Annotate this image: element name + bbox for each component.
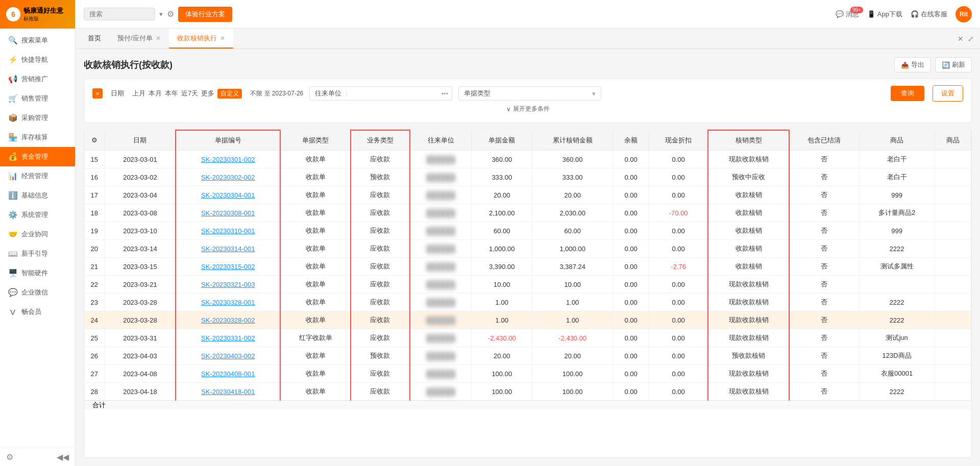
filter-partner-input[interactable]: 往来单位 | ••• (309, 86, 452, 101)
sidebar-item-search[interactable]: 🔍搜索菜单 (0, 31, 75, 50)
doc-no-link[interactable]: SK-20230408-001 (201, 370, 255, 378)
tab-prepay-close[interactable]: ✕ (156, 35, 161, 42)
date-link-7days[interactable]: 近7天 (181, 89, 198, 98)
tab-prepay[interactable]: 预付/应付单 ✕ (109, 29, 169, 48)
doc-no-link[interactable]: SK-20230314-001 (201, 245, 255, 253)
cell-balance: 0.00 (612, 293, 649, 311)
cell-goods2 (935, 383, 971, 401)
doc-no-link[interactable]: SK-20230302-002 (201, 174, 255, 181)
date-link-custom[interactable]: 自定义 (217, 89, 242, 99)
table-row[interactable]: 23 2023-03-28 SK-20230328-001 收款单 应收款 ██… (84, 293, 971, 311)
cell-biz-type: 应收款 (351, 151, 410, 168)
sidebar-item-purchase[interactable]: 📦采购管理 (0, 108, 75, 128)
sidebar-item-member[interactable]: V畅会员 (0, 302, 75, 322)
tab-close-all-icon[interactable]: ✕ (958, 35, 964, 43)
cell-doc-amount: 20.00 (472, 186, 532, 204)
cell-doc-no: SK-20230315-002 (176, 258, 280, 276)
doc-no-link[interactable]: SK-20230301-002 (201, 156, 255, 163)
sidebar-item-quick[interactable]: ⚡快捷导航 (0, 50, 75, 69)
sidebar-item-enterprise[interactable]: 🤝企业协同 (0, 225, 75, 244)
message-button[interactable]: 💬 消息 99+ (836, 10, 859, 19)
date-link-this-year[interactable]: 本年 (165, 89, 178, 98)
date-link-last-month[interactable]: 上月 (132, 89, 145, 98)
doc-no-link[interactable]: SK-20230331-002 (201, 334, 255, 342)
cell-biz-type: 应收款 (351, 186, 410, 204)
cell-biz-type: 预收款 (351, 168, 410, 186)
sidebar-item-hardware[interactable]: 🖥️智能硬件 (0, 263, 75, 283)
sidebar-item-wechat[interactable]: 💬企业微信 (0, 283, 75, 302)
doc-no-link[interactable]: SK-20230304-001 (201, 191, 255, 199)
collapse-icon[interactable]: ◀◀ (57, 452, 69, 462)
sidebar-item-label: 企业微信 (21, 288, 48, 297)
sidebar-item-operations[interactable]: 📊经营管理 (0, 166, 75, 186)
sidebar-item-finance[interactable]: 💰资金管理 (0, 147, 75, 166)
app-download-button[interactable]: 📱 App下载 (867, 10, 902, 19)
tab-collection[interactable]: 收款核销执行 ✕ (169, 29, 233, 48)
doctype-search-input[interactable] (495, 90, 588, 97)
doc-no-link[interactable]: SK-20230310-001 (201, 227, 255, 235)
export-button[interactable]: 📤 导出 (894, 57, 931, 72)
filter-expand-button[interactable]: » (92, 88, 103, 99)
doc-no-link[interactable]: SK-20230328-002 (201, 316, 255, 324)
doc-no-link[interactable]: SK-20230315-002 (201, 263, 255, 271)
table-row[interactable]: 27 2023-04-08 SK-20230408-001 收款单 应收款 ██… (84, 365, 971, 383)
table-row[interactable]: 24 2023-03-28 SK-20230328-002 收款单 应收款 ██… (84, 311, 971, 329)
table-row[interactable]: 15 2023-03-01 SK-20230301-002 收款单 应收款 ██… (84, 151, 971, 168)
table-row[interactable]: 16 2023-03-02 SK-20230302-002 收款单 预收款 ██… (84, 168, 971, 186)
table-row[interactable]: 26 2023-04-03 SK-20230403-002 收款单 预收款 ██… (84, 347, 971, 365)
doc-no-link[interactable]: SK-20230403-002 (201, 352, 255, 360)
settings-icon[interactable]: ⚙ (6, 452, 13, 462)
partner-label: 往来单位 (315, 89, 341, 98)
sidebar-item-inventory[interactable]: 🏪库存核算 (0, 128, 75, 147)
date-link-this-month[interactable]: 本月 (149, 89, 162, 98)
refresh-icon: 🔄 (942, 61, 950, 69)
tab-collection-close[interactable]: ✕ (220, 35, 225, 42)
table-row[interactable]: 18 2023-03-08 SK-20230308-001 收款单 应收款 ██… (84, 204, 971, 222)
online-service-button[interactable]: 🎧 在线客服 (911, 10, 947, 19)
sidebar-item-basic[interactable]: ℹ️基础信息 (0, 186, 75, 205)
tab-fullscreen-icon[interactable]: ⤢ (968, 35, 974, 43)
sidebar-item-system[interactable]: ⚙️系统管理 (0, 205, 75, 225)
doctype-label: 单据类型 (464, 89, 491, 98)
cell-include-settled: 否 (789, 311, 859, 329)
data-table-container: ⚙ 日期 单据编号 单据类型 业务类型 往来单位 单据金额 累计核销金额 余额 … (84, 129, 972, 458)
sidebar-item-guide[interactable]: 📖新手引导 (0, 244, 75, 263)
expand-more-btn[interactable]: ∨ 展开更多条件 (92, 102, 963, 116)
partner-search-input[interactable] (352, 90, 437, 97)
doc-no-link[interactable]: SK-20230328-001 (201, 299, 255, 306)
table-row[interactable]: 21 2023-03-15 SK-20230315-002 收款单 应收款 ██… (84, 258, 971, 276)
table-row[interactable]: 19 2023-03-10 SK-20230310-001 收款单 应收款 ██… (84, 222, 971, 240)
cell-balance: 0.00 (612, 186, 649, 204)
user-avatar[interactable]: Rit (955, 6, 972, 22)
cell-seq: 27 (84, 365, 105, 383)
th-settings[interactable]: ⚙ (84, 130, 105, 151)
industry-solution-button[interactable]: 体验行业方案 (178, 7, 232, 22)
cell-cash-discount: 0.00 (649, 365, 708, 383)
th-doc-type: 单据类型 (280, 130, 351, 151)
table-row[interactable]: 25 2023-03-31 SK-20230331-002 红字收款单 应收款 … (84, 329, 971, 347)
tab-home[interactable]: 首页 (80, 29, 109, 48)
table-row[interactable]: 20 2023-03-14 SK-20230314-001 收款单 应收款 ██… (84, 240, 971, 258)
gear-icon[interactable]: ⚙ (167, 9, 174, 19)
th-date: 日期 (105, 130, 176, 151)
table-row[interactable]: 22 2023-03-21 SK-20230321-003 收款单 应收款 ██… (84, 276, 971, 293)
cell-cum-writeoff: 100.00 (532, 365, 613, 383)
table-row[interactable]: 28 2023-04-18 SK-20230418-001 收款单 应收款 ██… (84, 383, 971, 401)
cell-doc-no: SK-20230321-003 (176, 276, 280, 293)
sidebar-item-sales[interactable]: 🛒销售管理 (0, 89, 75, 108)
partner-blurred: ██████ (427, 174, 455, 181)
search-input[interactable] (84, 8, 155, 20)
doc-no-link[interactable]: SK-20230418-001 (201, 388, 255, 396)
sidebar-item-marketing[interactable]: 📢营销推广 (0, 69, 75, 89)
filter-doctype-input[interactable]: 单据类型 ▾ (458, 86, 601, 101)
refresh-button[interactable]: 🔄 刷新 (935, 57, 972, 72)
date-link-more[interactable]: 更多 (201, 89, 214, 98)
table-row[interactable]: 17 2023-03-04 SK-20230304-001 收款单 应收款 ██… (84, 186, 971, 204)
table-header-row: ⚙ 日期 单据编号 单据类型 业务类型 往来单位 单据金额 累计核销金额 余额 … (84, 130, 971, 151)
doc-no-link[interactable]: SK-20230308-001 (201, 209, 255, 217)
query-button[interactable]: 查询 (891, 86, 924, 101)
filter-settings-button[interactable]: 设置 (933, 85, 963, 102)
doc-no-link[interactable]: SK-20230321-003 (201, 281, 255, 288)
cell-doc-type: 收款单 (280, 276, 351, 293)
cell-cash-discount: 0.00 (649, 311, 708, 329)
